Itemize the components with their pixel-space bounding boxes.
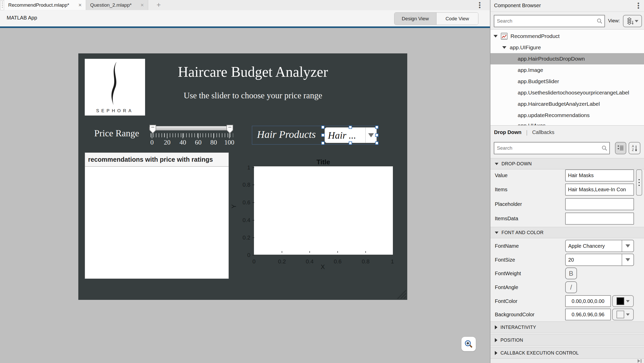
hair-products-dropdown[interactable]: Hair ... bbox=[325, 127, 377, 143]
tab-callbacks[interactable]: Callbacks bbox=[532, 129, 554, 135]
group-order-button[interactable] bbox=[615, 142, 626, 154]
svg-text:A: A bbox=[632, 145, 634, 148]
price-range-label[interactable]: Price Range bbox=[94, 128, 139, 139]
dropdown-arrow-button[interactable] bbox=[365, 128, 376, 143]
tree-item-uiaxes[interactable]: app.UIAxes bbox=[490, 120, 644, 125]
section-font-and-color[interactable]: FONT AND COLOR bbox=[490, 227, 644, 238]
editor-menu-icon[interactable]: ••• bbox=[477, 2, 482, 8]
axes-title[interactable]: Title bbox=[272, 158, 375, 166]
fontcolor-field[interactable]: 0.00,0.00,0.00 bbox=[565, 295, 611, 307]
tree-item-image[interactable]: app.Image bbox=[490, 64, 644, 76]
close-icon[interactable]: × bbox=[140, 3, 144, 8]
itemsdata-field[interactable] bbox=[565, 213, 634, 225]
slider-thumb-high[interactable] bbox=[226, 125, 233, 134]
items-options-button[interactable] bbox=[636, 169, 642, 196]
fontsize-combobox[interactable]: 20 bbox=[565, 254, 634, 266]
bold-icon: B bbox=[569, 270, 573, 278]
fontcolor-picker[interactable] bbox=[612, 295, 634, 307]
section-interactivity[interactable]: INTERACTIVITY bbox=[490, 321, 644, 333]
chevron-down-icon bbox=[368, 133, 374, 137]
chevron-down-icon bbox=[626, 258, 630, 261]
tab-drag-handle[interactable] bbox=[0, 1, 4, 10]
design-view-button[interactable]: Design View bbox=[394, 13, 437, 25]
zoom-button[interactable] bbox=[461, 337, 476, 351]
selection-handle[interactable] bbox=[349, 126, 352, 129]
section-callback-execution-control[interactable]: CALLBACK EXECUTION CONTROL bbox=[490, 347, 644, 359]
fontcolor-swatch bbox=[617, 297, 624, 305]
backgroundcolor-picker[interactable] bbox=[612, 309, 634, 320]
x-axis-label: X bbox=[321, 263, 325, 271]
sort-az-button[interactable]: A Z bbox=[629, 142, 640, 154]
budget-slider-track[interactable] bbox=[149, 126, 233, 130]
tree-item-updaterecommendations[interactable]: app.updateRecommendations bbox=[490, 110, 644, 121]
backgroundcolor-swatch bbox=[617, 311, 624, 318]
selection-handle[interactable] bbox=[321, 126, 325, 129]
y-tick: 0.8 bbox=[237, 182, 250, 188]
selection-handle[interactable] bbox=[349, 141, 352, 145]
tree-item-usetheslider-label[interactable]: app.UsetheslidertochooseyourpricerangeLa… bbox=[490, 87, 644, 98]
recommendations-listbox[interactable]: recommendations with price with ratings bbox=[85, 152, 229, 279]
tab-dropdown-properties[interactable]: Drop Down bbox=[494, 129, 522, 135]
panel-menu-icon[interactable]: ••• bbox=[636, 2, 641, 9]
x-tick: 0.2 bbox=[278, 258, 286, 265]
app-subtitle-label[interactable]: Use the slider to choose your price rang… bbox=[169, 91, 336, 100]
selection-handle[interactable] bbox=[375, 133, 378, 137]
selection-handle[interactable] bbox=[321, 133, 325, 137]
tree-item-recommendproduct[interactable]: RecommendProduct bbox=[490, 31, 644, 42]
italic-toggle-button[interactable]: / bbox=[565, 281, 577, 293]
sephora-logo-image[interactable]: SEPHORA bbox=[85, 59, 145, 116]
caret-down-icon bbox=[495, 232, 498, 234]
panel-bottom-bar bbox=[490, 358, 644, 363]
placeholder-label: Placeholder bbox=[495, 201, 522, 207]
tree-item-budgetslider[interactable]: app.BudgetSlider bbox=[490, 76, 644, 87]
slider-tickmarks bbox=[150, 133, 233, 137]
tree-item-uifigure[interactable]: app.UIFigure bbox=[490, 42, 644, 53]
tab-recommendproduct[interactable]: RecommendProduct.mlapp* × bbox=[4, 0, 86, 10]
slider-thumb-low[interactable] bbox=[149, 125, 156, 134]
caret-down-icon[interactable] bbox=[502, 46, 506, 49]
combo-arrow[interactable] bbox=[622, 240, 633, 252]
tree-item-hairproductsdropdown[interactable]: app.HairProductsDropDown bbox=[490, 53, 644, 64]
chevron-down-icon bbox=[626, 300, 630, 302]
value-label: Value bbox=[495, 173, 508, 178]
section-dropdown[interactable]: DROP-DOWN bbox=[490, 158, 644, 169]
new-tab-button[interactable]: + bbox=[154, 1, 163, 10]
document-tabbar: RecommendProduct.mlapp* × Question_2.mla… bbox=[0, 0, 490, 11]
y-tick: 1 bbox=[237, 164, 250, 171]
caret-down-icon bbox=[495, 163, 498, 165]
component-search-input[interactable] bbox=[494, 18, 597, 24]
collapse-panel-icon[interactable] bbox=[637, 359, 642, 363]
view-mode-dropdown[interactable] bbox=[623, 15, 642, 27]
value-field[interactable]: Hair Masks bbox=[565, 169, 634, 182]
backgroundcolor-field[interactable]: 0.96,0.96,0.96 bbox=[565, 309, 611, 320]
tab-question2[interactable]: Question_2.mlapp* × bbox=[86, 0, 148, 10]
selection-handle[interactable] bbox=[375, 141, 378, 145]
fontname-combobox[interactable]: Apple Chancery bbox=[565, 240, 634, 252]
view-label: View: bbox=[608, 18, 620, 24]
caret-right-icon bbox=[495, 351, 497, 355]
close-icon[interactable]: × bbox=[78, 3, 82, 8]
axes-plot-area[interactable] bbox=[254, 166, 393, 255]
canvas-resize-grip[interactable] bbox=[396, 289, 406, 300]
property-search[interactable] bbox=[494, 142, 610, 154]
design-canvas[interactable]: SEPHORA Haircare Budget Analyzer Use the… bbox=[78, 53, 407, 300]
app-title-label[interactable]: Haircare Budget Analyzer bbox=[163, 64, 343, 80]
search-icon bbox=[602, 145, 607, 151]
caret-down-icon[interactable] bbox=[494, 35, 498, 37]
hierarchy-view-icon bbox=[627, 17, 634, 25]
selection-handle[interactable] bbox=[375, 126, 378, 129]
hair-products-label[interactable]: Hair Products bbox=[257, 128, 321, 140]
items-field[interactable]: Hair Masks,Leave-In Con bbox=[565, 184, 634, 196]
section-position[interactable]: POSITION bbox=[490, 334, 644, 346]
placeholder-field[interactable] bbox=[565, 198, 634, 210]
slider-tick-0: 0 bbox=[150, 139, 154, 146]
component-search[interactable] bbox=[494, 15, 605, 27]
caret-right-icon bbox=[495, 325, 497, 329]
y-tick: 0.2 bbox=[237, 234, 250, 241]
code-view-button[interactable]: Code View bbox=[437, 13, 478, 25]
bold-toggle-button[interactable]: B bbox=[565, 268, 577, 279]
property-search-input[interactable] bbox=[494, 145, 602, 151]
combo-arrow[interactable] bbox=[622, 254, 633, 265]
selection-handle[interactable] bbox=[321, 141, 325, 145]
tree-item-haircarebudgetanalyzer-label[interactable]: app.HaircareBudgetAnalyzerLabel bbox=[490, 98, 644, 110]
